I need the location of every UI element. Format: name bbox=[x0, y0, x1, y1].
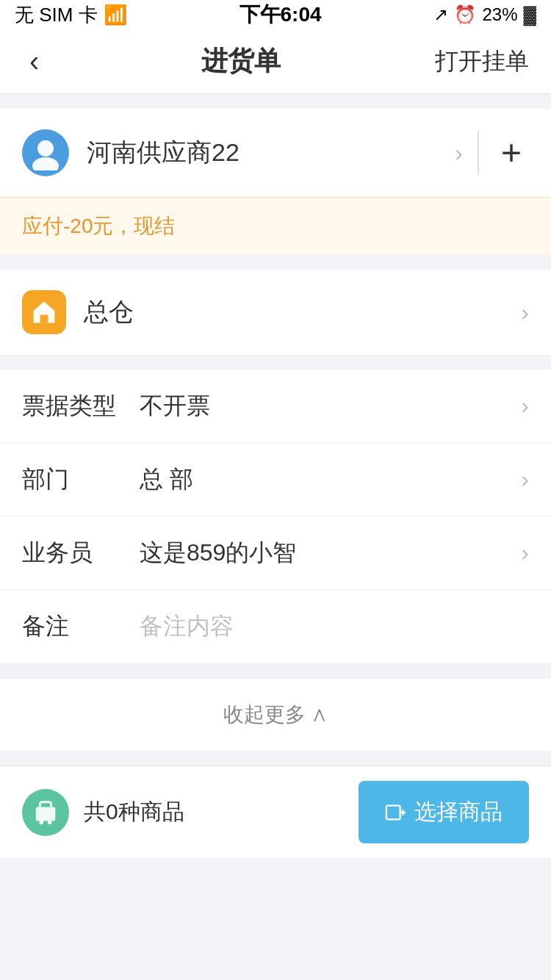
warehouse-chevron-icon: › bbox=[521, 299, 529, 326]
sales-chevron-icon: › bbox=[521, 539, 529, 566]
warehouse-icon bbox=[22, 290, 66, 334]
select-product-button[interactable]: 选择商品 bbox=[359, 781, 529, 843]
add-button[interactable]: + bbox=[494, 135, 529, 170]
warehouse-section: 总仓 › bbox=[0, 270, 551, 355]
home-icon bbox=[31, 299, 57, 325]
user-icon bbox=[28, 135, 63, 170]
invoice-chevron-icon: › bbox=[521, 392, 529, 419]
form-section: 票据类型 不开票 › 部门 总 部 › 业务员 这是859的小智 › 备注 备注… bbox=[0, 370, 551, 663]
status-time: 下午6:04 bbox=[240, 1, 322, 29]
battery-icon: ▓ bbox=[523, 4, 536, 25]
sales-row[interactable]: 业务员 这是859的小智 › bbox=[0, 516, 551, 590]
invoice-value: 不开票 bbox=[125, 390, 521, 422]
invoice-row[interactable]: 票据类型 不开票 › bbox=[0, 370, 551, 443]
svg-point-7 bbox=[48, 820, 52, 824]
warehouse-name: 总仓 bbox=[84, 295, 521, 329]
supplier-chevron-icon: › bbox=[455, 140, 463, 167]
supplier-divider bbox=[478, 131, 479, 175]
status-bar: 无 SIM 卡 📶 下午6:04 ↗ ⏰ 23% ▓ bbox=[0, 0, 551, 29]
dept-row[interactable]: 部门 总 部 › bbox=[0, 443, 551, 516]
supplier-section: 河南供应商22 › + 应付-20元，现结 bbox=[0, 109, 551, 255]
main-content: 河南供应商22 › + 应付-20元，现结 总仓 › 票据类型 bbox=[0, 94, 551, 980]
remark-label: 备注 bbox=[22, 610, 125, 643]
remark-input[interactable]: 备注内容 bbox=[125, 610, 529, 643]
svg-point-1 bbox=[32, 157, 59, 170]
back-button[interactable]: ‹ bbox=[22, 37, 46, 85]
svg-rect-3 bbox=[40, 315, 48, 323]
svg-rect-5 bbox=[36, 807, 56, 821]
notice-text: 应付-20元，现结 bbox=[22, 215, 175, 237]
remark-row[interactable]: 备注 备注内容 bbox=[0, 590, 551, 663]
dept-label: 部门 bbox=[22, 464, 125, 496]
warehouse-row[interactable]: 总仓 › bbox=[0, 270, 551, 355]
nav-bar: ‹ 进货单 打开挂单 bbox=[0, 29, 551, 94]
sales-value: 这是859的小智 bbox=[125, 537, 521, 569]
supplier-name: 河南供应商22 bbox=[87, 136, 455, 170]
wifi-icon: 📶 bbox=[104, 4, 127, 26]
alarm-icon: ⏰ bbox=[454, 4, 476, 25]
battery-text: 23% bbox=[482, 4, 517, 25]
svg-point-6 bbox=[39, 820, 43, 824]
collapse-row[interactable]: 收起更多 ∧ bbox=[0, 678, 551, 751]
open-pending-button[interactable]: 打开挂单 bbox=[435, 46, 529, 78]
dept-chevron-icon: › bbox=[521, 466, 529, 493]
svg-marker-4 bbox=[34, 302, 55, 311]
supplier-row[interactable]: 河南供应商22 › + bbox=[0, 109, 551, 197]
status-left: 无 SIM 卡 📶 bbox=[15, 2, 127, 28]
sales-label: 业务员 bbox=[22, 537, 125, 569]
svg-rect-8 bbox=[386, 805, 400, 819]
supplier-avatar bbox=[22, 129, 69, 176]
dept-value: 总 部 bbox=[125, 464, 521, 496]
bottom-bar: 共0种商品 选择商品 bbox=[0, 765, 551, 858]
carrier-text: 无 SIM 卡 bbox=[15, 2, 98, 28]
product-count: 共0种商品 bbox=[84, 797, 359, 827]
product-icon bbox=[22, 789, 69, 836]
section-gap-1 bbox=[0, 94, 551, 109]
location-icon: ↗ bbox=[433, 4, 448, 25]
status-right: ↗ ⏰ 23% ▓ bbox=[433, 4, 536, 25]
select-product-label: 选择商品 bbox=[414, 797, 503, 827]
notice-row: 应付-20元，现结 bbox=[0, 197, 551, 255]
svg-point-0 bbox=[37, 140, 54, 156]
cart-icon bbox=[32, 799, 60, 826]
invoice-label: 票据类型 bbox=[22, 390, 125, 422]
page-title: 进货单 bbox=[201, 43, 281, 79]
collapse-label: 收起更多 ∧ bbox=[223, 703, 328, 726]
select-product-icon bbox=[385, 801, 407, 824]
